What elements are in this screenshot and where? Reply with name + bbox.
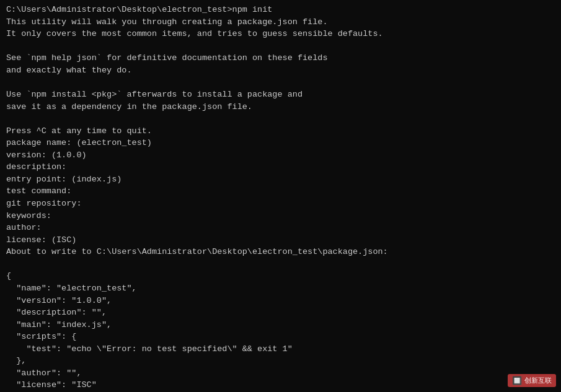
terminal-line: About to write to C:\Users\Administrator… — [6, 246, 555, 258]
terminal-content: C:\Users\Administrator\Desktop\electron_… — [6, 4, 555, 392]
terminal-line: "author": "", — [6, 367, 555, 380]
watermark-icon: 🔲 — [512, 376, 522, 385]
terminal-line: version: (1.0.0) — [6, 149, 555, 162]
terminal-line — [6, 113, 555, 125]
terminal-line: description: — [6, 161, 555, 173]
terminal-line: "version": "1.0.0", — [6, 295, 555, 307]
terminal-line: git repository: — [6, 198, 555, 210]
terminal-line: This utility will walk you through creat… — [6, 16, 555, 28]
terminal-line: "name": "electron_test", — [6, 282, 555, 295]
terminal-line: author: — [6, 222, 555, 234]
watermark: 🔲 创新互联 — [508, 374, 556, 387]
terminal-line: "license": "ISC" — [6, 379, 555, 391]
terminal-line — [6, 258, 555, 271]
terminal-line: }, — [6, 355, 555, 367]
terminal-line: license: (ISC) — [6, 234, 555, 246]
terminal-line: C:\Users\Administrator\Desktop\electron_… — [6, 4, 555, 16]
terminal-line: "scripts": { — [6, 331, 555, 343]
terminal-window: C:\Users\Administrator\Desktop\electron_… — [0, 0, 561, 392]
terminal-line: package name: (electron_test) — [6, 137, 555, 149]
watermark-text: 创新互联 — [524, 376, 552, 385]
terminal-line: "description": "", — [6, 307, 555, 319]
terminal-line — [6, 40, 555, 53]
terminal-line — [6, 76, 555, 89]
terminal-line: keywords: — [6, 210, 555, 222]
terminal-line: See `npm help json` for definitive docum… — [6, 52, 555, 64]
terminal-line: save it as a dependency in the package.j… — [6, 101, 555, 113]
terminal-line: Press ^C at any time to quit. — [6, 125, 555, 137]
terminal-line: entry point: (index.js) — [6, 173, 555, 186]
terminal-line: and exactly what they do. — [6, 64, 555, 77]
terminal-line: "main": "index.js", — [6, 319, 555, 331]
terminal-line: test command: — [6, 185, 555, 198]
terminal-line: It only covers the most common items, an… — [6, 28, 555, 40]
terminal-line: "test": "echo \"Error: no test specified… — [6, 343, 555, 355]
terminal-line: Use `npm install <pkg>` afterwards to in… — [6, 89, 555, 101]
terminal-line: { — [6, 270, 555, 282]
